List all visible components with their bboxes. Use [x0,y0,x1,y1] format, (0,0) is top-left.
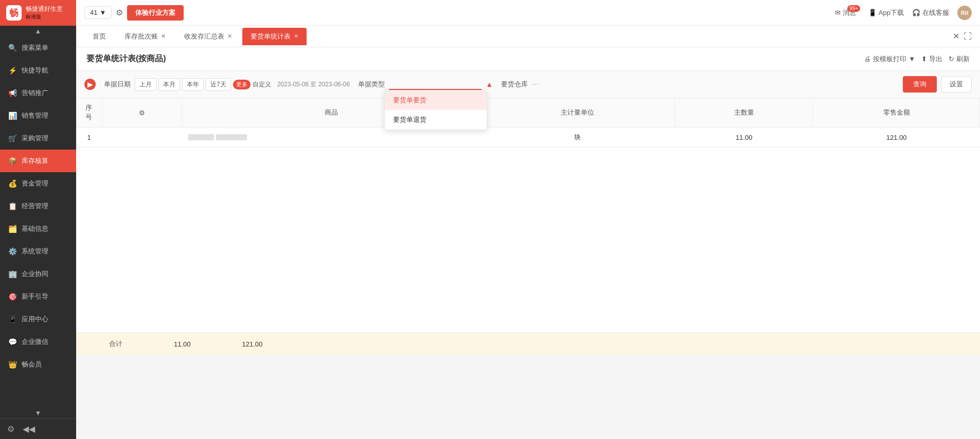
sidebar-scroll-down[interactable]: ▼ [0,408,76,418]
placeholder-bar-2 [216,134,247,140]
filter-expand-button[interactable]: ▶ [84,79,96,90]
filter-settings-button[interactable]: 设置 [941,76,972,93]
user-avatar[interactable]: Rit [957,6,972,20]
summary-quantity: 11.00 [174,340,191,348]
sidebar-menu: 🔍 搜索菜单 ⚡ 快捷导航 📢 营销推广 📊 销售管理 🛒 采购管理 📦 库存核… [0,36,76,408]
sidebar-item-label: 资金管理 [22,179,48,188]
summary-row: 合计 11.00 121.00 [76,333,980,355]
filter-date-more-badge[interactable]: 更多 [233,80,251,89]
tab-batch-inventory[interactable]: 库存批次账 ✕ [116,28,174,45]
topbar-right: ✉ 消息 99+ 📱 App下载 🎧 在线客服 Rit [835,6,972,20]
tabbar-actions: ✕ ⛶ [953,31,972,41]
messages-button[interactable]: ✉ 消息 99+ [835,8,856,17]
phone-icon: 📱 [868,9,877,16]
sidebar-item-marketing[interactable]: 📢 营销推广 [0,82,76,104]
sidebar-item-label: 营销推广 [22,88,48,98]
tab-batch-inventory-label: 库存批次账 [124,32,158,41]
filter-actions: 查询 设置 [903,76,972,93]
store-selector[interactable]: 41 ▼ [84,6,112,19]
col-seq: 序号 [76,98,102,127]
logo-title: 畅捷通好生意 [26,5,63,13]
page-actions: 🖨 按模板打印 ▼ ⬆ 导出 ↻ 刷新 [864,54,970,64]
refresh-button[interactable]: ↻ 刷新 [949,54,970,64]
print-template-button[interactable]: 🖨 按模板打印 ▼ [864,54,915,64]
tab-receivable-summary[interactable]: 收发存汇总表 ✕ [176,28,240,45]
search-icon: 🔍 [7,43,17,53]
filter-date-this-month[interactable]: 本月 [158,78,180,91]
sidebar-item-label: 企业微信 [22,337,48,346]
filter-type-input[interactable] [389,79,482,90]
sidebar: 畅 畅捷通好生意 标准版 ▲ 🔍 搜索菜单 ⚡ 快捷导航 📢 营销推广 📊 销售… [0,0,76,439]
sidebar-item-operations[interactable]: 📋 经营管理 [0,195,76,217]
online-service-button[interactable]: 🎧 在线客服 [912,8,949,17]
tab-order-stats[interactable]: 要货单统计表 ✕ [242,28,307,45]
col-settings[interactable]: ⚙ [102,98,182,127]
collapse-icon[interactable]: ◀◀ [23,424,35,434]
tabbar-close-button[interactable]: ✕ [953,31,959,41]
headset-icon: 🎧 [912,9,920,16]
printer-icon: 🖨 [864,55,871,63]
cell-product [182,127,480,148]
sidebar-item-quick-nav[interactable]: ⚡ 快捷导航 [0,59,76,82]
filter-type-arrow[interactable]: ▲ [486,80,493,88]
promo-button[interactable]: 体验行业方案 [127,5,184,21]
online-service-label: 在线客服 [922,8,949,17]
filter-date-this-year[interactable]: 本年 [182,78,204,91]
export-button[interactable]: ⬆ 导出 [921,54,942,64]
sidebar-item-enterprise[interactable]: 🏢 企业协同 [0,263,76,285]
settings-icon[interactable]: ⚙ [7,424,14,434]
sidebar-item-finance[interactable]: 💰 资金管理 [0,172,76,195]
sidebar-item-app-center[interactable]: 📱 应用中心 [0,308,76,331]
member-icon: 👑 [7,359,17,370]
tab-receivable-summary-close[interactable]: ✕ [227,33,232,40]
sidebar-item-purchase[interactable]: 🛒 采购管理 [0,127,76,150]
filter-bar: ▶ 单据日期 上月 本月 本年 近7天 更多 自定义 2023-05-06 至 … [76,71,980,98]
sidebar-item-inventory[interactable]: 📦 库存核算 [0,150,76,172]
sales-icon: 📊 [7,111,17,121]
filter-warehouse-group: 要货仓库 ··· [501,80,539,89]
dropdown-item-order-return[interactable]: 要货单退货 [385,110,487,130]
sidebar-item-member[interactable]: 👑 畅会员 [0,353,76,376]
sidebar-item-label: 采购管理 [22,134,48,143]
dropdown-item-order-goods[interactable]: 要货单要货 [385,90,487,110]
tab-order-stats-close[interactable]: ✕ [294,33,298,40]
export-icon: ⬆ [921,55,927,63]
topbar: 41 ▼ ⚙ 体验行业方案 ✉ 消息 99+ 📱 App下载 🎧 在线客服 Ri… [76,0,980,26]
sidebar-item-wechat[interactable]: 💬 企业微信 [0,331,76,353]
filter-type-label: 单据类型 [358,80,385,89]
sidebar-item-sales[interactable]: 📊 销售管理 [0,104,76,127]
message-icon: ✉ [835,9,841,16]
topbar-settings-icon[interactable]: ⚙ [116,8,123,17]
store-number: 41 [90,9,97,16]
message-badge: 99+ [847,5,860,12]
filter-warehouse-more-icon[interactable]: ··· [532,80,539,89]
logo-subtitle: 标准版 [26,13,63,21]
filter-date-7days[interactable]: 近7天 [206,78,231,91]
tabbar-expand-button[interactable]: ⛶ [964,31,972,41]
page-header: 要货单统计表(按商品) 🖨 按模板打印 ▼ ⬆ 导出 ↻ 刷新 [76,47,980,71]
sidebar-item-label: 销售管理 [22,111,48,120]
marketing-icon: 📢 [7,88,17,98]
product-placeholder [188,134,474,140]
sidebar-item-newbie[interactable]: 🎯 新手引导 [0,285,76,308]
filter-date-last-month[interactable]: 上月 [135,78,156,91]
query-button[interactable]: 查询 [903,76,937,93]
content-area: 要货单统计表(按商品) 🖨 按模板打印 ▼ ⬆ 导出 ↻ 刷新 [76,47,980,439]
sidebar-scroll-up[interactable]: ▲ [0,26,76,36]
filter-date-custom[interactable]: 自定义 [253,80,271,89]
print-template-arrow: ▼ [908,55,915,63]
sidebar-item-system[interactable]: ⚙️ 系统管理 [0,240,76,263]
app-download-button[interactable]: 📱 App下载 [868,8,904,17]
sidebar-item-base-info[interactable]: 🗂️ 基础信息 [0,217,76,240]
cell-amount: 121.00 [813,127,980,148]
sidebar-item-search[interactable]: 🔍 搜索菜单 [0,36,76,59]
print-template-label: 按模板打印 [873,54,906,64]
col-quantity: 主数量 [675,98,813,127]
tab-batch-inventory-close[interactable]: ✕ [161,33,166,40]
tabbar: 首页 库存批次账 ✕ 收发存汇总表 ✕ 要货单统计表 ✕ ✕ ⛶ [76,26,980,47]
sidebar-item-label: 基础信息 [22,224,48,233]
cell-seq: 1 [76,127,102,148]
tab-home[interactable]: 首页 [84,28,114,45]
table-row: 1 块 11.00 121.00 [76,127,980,148]
tab-order-stats-label: 要货单统计表 [251,32,291,41]
